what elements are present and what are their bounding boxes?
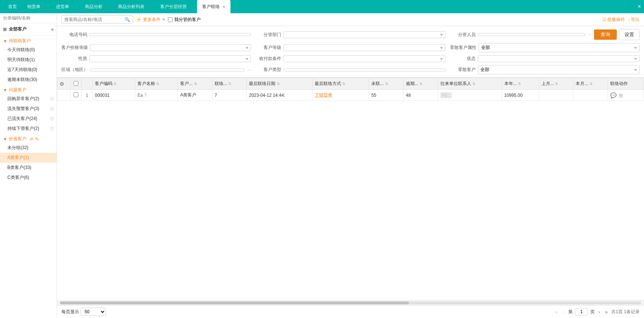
tab-customer-contact[interactable]: 客户联络 × [197,0,230,13]
horizontal-scrollbar[interactable] [57,300,644,305]
sidebar-item-repurchase-abnormal[interactable]: 回购异常客户(2) ⓘ [0,94,57,104]
page-size-select[interactable]: 50 10 20 100 [80,308,106,316]
col-contact-sort-icon[interactable]: ⇅ [228,82,231,86]
tab-purchase-close[interactable]: × [72,4,74,9]
scrollbar-thumb[interactable] [60,301,409,304]
sidebar-item-churn-warning[interactable]: 流失预警客户(3) ⓘ [0,104,57,114]
first-page-btn[interactable]: « [554,308,559,315]
sidebar-collapse-btn[interactable]: « [51,27,54,32]
sidebar-item-overdue[interactable]: 逾期未联络(30) [0,75,57,85]
row-action-cell: 💬 ⊞ [608,90,644,101]
row-lastmethod[interactable]: 下销货单 [315,92,332,98]
phone-input[interactable] [89,33,251,36]
comment-action-icon[interactable]: 💬 [610,92,616,98]
section-value-customers[interactable]: ▼ 价值客户 ↺ ✎ [0,134,57,143]
col-thisyear-sort-icon[interactable]: ⇅ [518,82,521,86]
tab-customer-layer-close[interactable]: × [190,4,192,9]
tab-goods-analysis-close[interactable]: × [105,4,108,9]
gear-button[interactable]: ⚙ [60,81,64,87]
section-problem-customers[interactable]: ▼ 问题客户 [0,85,57,94]
nature-select[interactable] [89,55,251,62]
sidebar-item-tomorrow[interactable]: 明天待联络(1) [0,55,57,65]
tab-home[interactable]: 首页 [3,0,22,13]
scatter-select[interactable]: 全部 [478,65,640,74]
tab-purchase-label: 进货单 [56,4,69,10]
my-customers-checkbox[interactable]: 我分管的客户 [168,17,201,23]
row-gear-cell [57,90,71,101]
next-page-btn[interactable]: › [597,308,601,315]
settings-button[interactable]: 设置 [619,29,640,40]
filter-search-box: 🔍 [61,15,133,24]
col-lastdate-label: 最后联络日期 [249,81,275,86]
tab-purchase[interactable]: 进货单 × [51,0,79,13]
export-btn[interactable]: ↓ 导出 [628,17,640,23]
more-conditions-btn[interactable]: ⚡ 更多条件 [136,17,165,23]
sidebar-item-class-c[interactable]: C类客户(6) [0,173,57,183]
col-lastmonth-sort-icon[interactable]: ⇅ [555,82,558,86]
tab-sales[interactable]: 销货单 × [22,0,51,13]
sidebar-item-ungrouped[interactable]: 未分组(32) [0,143,57,153]
status-select[interactable] [478,55,640,62]
col-lastmethod-sort-icon[interactable]: ⇅ [342,82,345,86]
customer-level-select[interactable] [283,44,445,51]
col-type-header: 客户... ⇅ [178,78,212,90]
region-ellipsis[interactable]: ··· [247,67,251,73]
tab-sales-close[interactable]: × [43,4,46,9]
page-input[interactable] [575,308,588,315]
col-name-label: 客户名称 [137,81,155,86]
query-button[interactable]: 查询 [594,29,617,40]
tab-goods-analysis[interactable]: 商品分析 × [80,0,113,13]
refresh-icon[interactable]: ↺ [29,137,33,142]
col-thismonth-sort-icon[interactable]: ⇅ [590,82,593,86]
col-code-sort-icon[interactable]: ⇅ [114,82,117,86]
col-uncontact-sort-icon[interactable]: ⇅ [385,82,388,86]
manager-ellipsis[interactable]: ··· [588,32,592,37]
sidebar-item-7days[interactable]: 近7天待联络(0) [0,65,57,75]
edit-icon[interactable]: ✎ [35,137,39,142]
tab-goods-list-close[interactable]: × [147,4,150,9]
dept-select[interactable] [283,31,445,38]
sidebar-item-declining[interactable]: 持续下滑客户(2) ⓘ [0,124,57,134]
price-level-select[interactable] [90,44,251,51]
customer-type-input[interactable] [283,68,445,71]
my-customers-check[interactable] [168,17,173,22]
tab-customer-layer[interactable]: 客户分层经营 × [155,0,197,13]
col-name-sort-icon[interactable]: ⇅ [156,82,159,86]
close-all-button[interactable]: × [638,3,641,10]
filter-search-icon[interactable]: 🔍 [125,17,130,22]
scatter-attr-select[interactable]: 全部 [479,43,640,52]
section-pending-contact[interactable]: ▼ 待联络客户 [0,36,57,45]
sidebar-item-class-a-label: A类客户(1) [7,155,29,161]
manager-input[interactable] [478,33,585,36]
qr-action-icon[interactable]: ⊞ [619,92,623,98]
info-icon-1: ⓘ [50,96,54,102]
filter-row-payment: 收付款条件 [255,55,445,62]
col-lastdate-sort-icon[interactable]: ⇅ [277,82,280,86]
col-overdue-sort-icon[interactable]: ⇅ [419,82,422,86]
scatter-value: 全部 [480,67,489,73]
row-checkbox[interactable] [74,92,78,97]
filter-row-manager: 分管人员 ··· 查询 设置 [450,29,640,40]
batch-op-btn[interactable]: ☑ 批量操作 [602,17,625,23]
sidebar-item-class-b[interactable]: B类客户(33) [0,163,57,173]
col-contact2-sort-icon[interactable]: ⇅ [472,82,475,86]
last-page-btn[interactable]: » [604,308,609,315]
sidebar-item-class-a[interactable]: A类客户(1) [0,153,57,163]
select-all-checkbox[interactable] [74,81,78,86]
row-thisyear-cell: 10995.00 [502,90,539,101]
top-nav: 首页 销货单 × 进货单 × 商品分析 × 商品分析列表 × 客户分层经营 × … [0,0,644,13]
tab-customer-contact-close[interactable]: × [223,4,225,9]
sidebar-search-input[interactable] [3,15,57,21]
prev-page-btn[interactable]: ‹ [561,308,566,315]
filter-search-input[interactable] [64,17,123,22]
sidebar-search-bar: 🔍 [0,13,57,23]
scrollbar-track[interactable] [60,301,641,304]
sidebar-all-customers[interactable]: ⊞ 全部客户 « [0,23,57,36]
sidebar-item-today[interactable]: 今天待联络(0) [0,45,57,55]
region-input[interactable] [90,68,244,71]
payment-select[interactable] [283,55,445,62]
col-type-sort-icon[interactable]: ⇅ [194,82,197,86]
customer-type-label: 客户类型 [255,67,281,73]
sidebar-item-churned[interactable]: 已流失客户(24) ⓘ [0,114,57,124]
tab-goods-list[interactable]: 商品分析列表 × [113,0,155,13]
